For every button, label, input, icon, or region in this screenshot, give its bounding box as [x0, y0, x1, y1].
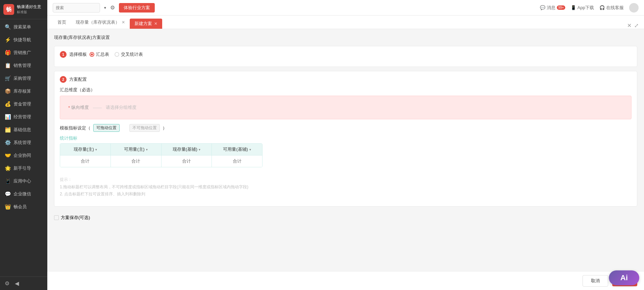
non-draggable-badge: 不可拖动位置	[129, 124, 160, 132]
save-scheme-label: 方案保存(可选)	[61, 215, 90, 221]
app-logo-icon: 畅	[3, 4, 14, 15]
sidebar-item-purchase[interactable]: 🛒 采购管理	[0, 72, 47, 85]
sidebar-item-label: 应用中心	[14, 178, 31, 184]
sidebar-item-label: 畅会员	[14, 204, 27, 210]
sidebar-item-label: 系统管理	[14, 140, 31, 146]
headset-icon: 🎧	[599, 5, 605, 10]
sidebar-item-new-guide[interactable]: 🌟 新手引导	[0, 162, 47, 175]
tab-home[interactable]: 首页	[53, 17, 71, 29]
sidebar-logo: 畅 畅康通好生意 标准版	[0, 0, 47, 19]
window-close-icon[interactable]: ✕	[627, 22, 631, 29]
tip-item-1: 2. 点击标题栏下拉可设置排序、插入列和删除列	[60, 191, 631, 198]
trial-button[interactable]: 体验行业方案	[119, 3, 155, 13]
window-expand-icon[interactable]: ⤢	[634, 22, 639, 29]
bottom-bar: 取消 查询	[47, 271, 644, 290]
stats-col-0-label: 现存量(主)	[74, 146, 94, 152]
tab-inventory-status-close-icon[interactable]: ✕	[122, 20, 125, 25]
cancel-button[interactable]: 取消	[583, 275, 608, 287]
sidebar-item-app-center[interactable]: 📱 应用中心	[0, 175, 47, 188]
sidebar-item-membership[interactable]: 👑 畅会员	[0, 200, 47, 213]
indicator-label-row: 模板指标设定（ 可拖动位置 不可拖动位置 ）	[60, 124, 631, 132]
topbar-right: 💬 消息 99+ 📱 App下载 🎧 在线客服	[540, 3, 639, 13]
window-controls: ✕ ⤢	[627, 22, 639, 29]
radio-cross-dot	[115, 52, 119, 57]
volume-bottom-icon[interactable]: ◀	[15, 280, 19, 287]
sales-icon: 📋	[5, 63, 11, 69]
stats-col-2[interactable]: 现存量(基辅) ▾	[162, 144, 212, 155]
col2-chevron-icon: ▾	[199, 148, 200, 151]
tips-section: 提示： 1.拖动标题栏可以调整布局，不可跨维度或指标区域拖动栏目字段(只能在同一…	[60, 173, 631, 201]
stats-cell-3: 合计	[212, 155, 262, 167]
topbar-dropdown[interactable]: ▾	[104, 5, 106, 10]
dimension-area[interactable]: * 纵向维度 —— 请选择分组维度	[60, 96, 631, 119]
messages-badge: 99+	[557, 5, 565, 10]
stats-col-1[interactable]: 可用量(主) ▾	[111, 144, 162, 155]
tab-new-scheme[interactable]: 新建方案 ✕	[130, 19, 162, 29]
cooperation-icon: 🤝	[5, 152, 11, 159]
search-input[interactable]	[53, 3, 100, 13]
sidebar-item-marketing[interactable]: 🎁 营销推广	[0, 46, 47, 59]
tip-item-0: 1.拖动标题栏可以调整布局，不可跨维度或指标区域拖动栏目字段(只能在同一维度或指…	[60, 184, 631, 191]
dropdown-chevron-icon: ▾	[104, 5, 106, 10]
sidebar-item-cooperation[interactable]: 🤝 企业协同	[0, 149, 47, 162]
stats-col-2-label: 现存量(基辅)	[173, 146, 198, 152]
col3-chevron-icon: ▾	[249, 148, 251, 151]
radio-summary[interactable]: 汇总表	[90, 51, 109, 57]
template-radio-group: 汇总表 交叉统计表	[90, 51, 143, 57]
ai-bubble[interactable]: Ai	[609, 270, 639, 285]
save-scheme-checkbox[interactable]	[54, 215, 59, 220]
page-content: 现存量(库存状况表)方案设置 1 选择模板 汇总表 交叉统计表	[47, 29, 644, 271]
stats-col-1-label: 可用量(主)	[124, 146, 145, 152]
stats-cell-0: 合计	[60, 155, 111, 167]
radio-cross[interactable]: 交叉统计表	[115, 51, 143, 57]
sidebar-item-search-menu[interactable]: 🔍 搜索菜单	[0, 21, 47, 33]
system-icon: ⚙️	[5, 140, 11, 146]
col0-chevron-icon: ▾	[95, 148, 97, 151]
sidebar-item-sales[interactable]: 📋 销售管理	[0, 59, 47, 72]
dimension-placeholder: 请选择分组维度	[106, 104, 137, 111]
tab-inventory-status[interactable]: 现存量（库存状况表） ✕	[71, 17, 130, 29]
sidebar-item-operations[interactable]: 📊 经营管理	[0, 111, 47, 123]
online-service-button[interactable]: 🎧 在线客服	[599, 5, 624, 11]
step2-badge: 2	[60, 76, 67, 83]
stats-col-0[interactable]: 现存量(主) ▾	[60, 144, 111, 155]
app-edition: 标准版	[17, 10, 41, 15]
sidebar-item-quick-nav[interactable]: ⚡ 快捷导航	[0, 33, 47, 46]
app-name: 畅康通好生意	[17, 4, 41, 10]
topbar-left: ▾ ⚙ 体验行业方案	[53, 3, 155, 13]
dimension-vertical-label: 纵向维度	[71, 104, 89, 111]
sidebar-item-label: 资金管理	[14, 101, 31, 107]
user-avatar[interactable]	[629, 3, 639, 13]
sidebar-item-basic-info[interactable]: 🗂️ 基础信息	[0, 123, 47, 136]
app-download-button[interactable]: 📱 App下载	[571, 5, 594, 11]
operations-icon: 📊	[5, 114, 11, 120]
stats-table-body: 合计 合计 合计 合计	[60, 155, 262, 167]
messages-label: 消息	[547, 5, 555, 11]
summary-dimension-label: 汇总维度（必选）	[60, 87, 631, 93]
basic-info-icon: 🗂️	[5, 127, 11, 133]
sidebar-item-label: 采购管理	[14, 75, 31, 81]
step1-header: 1 选择模板 汇总表 交叉统计表	[60, 51, 631, 58]
app-download-label: App下载	[577, 5, 594, 11]
stats-cell-1: 合计	[111, 155, 162, 167]
settings-bottom-icon[interactable]: ⚙	[5, 280, 9, 287]
tab-inventory-status-label: 现存量（库存状况表）	[76, 19, 120, 25]
tab-new-scheme-close-icon[interactable]: ✕	[154, 21, 157, 26]
stats-table-header: 现存量(主) ▾ 可用量(主) ▾ 现存量(基辅) ▾ 可用量(基辅)	[60, 144, 262, 155]
sidebar-item-inventory[interactable]: 📦 库存核算	[0, 85, 47, 98]
ai-label: Ai	[620, 273, 628, 282]
sidebar-item-wechat[interactable]: 💬 企业微信	[0, 188, 47, 200]
new-guide-icon: 🌟	[5, 165, 11, 171]
main-area: ▾ ⚙ 体验行业方案 💬 消息 99+ 📱 App下载 🎧 在线客服 首页	[47, 0, 644, 290]
sidebar-item-label: 新手引导	[14, 165, 31, 171]
step2-title: 方案配置	[69, 76, 87, 82]
draggable-badge: 可拖动位置	[93, 124, 120, 132]
messages-button[interactable]: 💬 消息 99+	[540, 5, 565, 11]
gear-icon[interactable]: ⚙	[110, 4, 115, 11]
sidebar-item-system[interactable]: ⚙️ 系统管理	[0, 136, 47, 149]
sidebar-item-label: 销售管理	[14, 63, 31, 69]
online-service-label: 在线客服	[606, 5, 624, 11]
topbar: ▾ ⚙ 体验行业方案 💬 消息 99+ 📱 App下载 🎧 在线客服	[47, 0, 644, 16]
sidebar-item-finance[interactable]: 💰 资金管理	[0, 98, 47, 111]
stats-col-3[interactable]: 可用量(基辅) ▾	[212, 144, 262, 155]
